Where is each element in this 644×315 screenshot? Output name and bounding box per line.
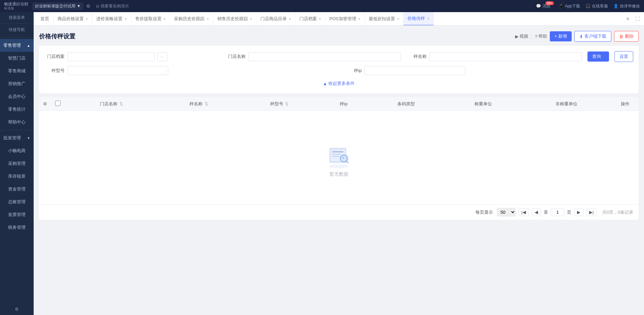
delete-button[interactable]: 🗑 删除: [614, 31, 639, 42]
demo-link[interactable]: ◎ 我要看实例演示: [96, 3, 129, 9]
tab-close-min-discount[interactable]: ×: [397, 17, 399, 21]
scale-model-input[interactable]: [67, 66, 168, 75]
tab-home[interactable]: 首页: [36, 12, 53, 26]
sort-store-name-icon[interactable]: ⇅: [119, 101, 123, 106]
sort-scale-model-icon[interactable]: ⇅: [285, 101, 289, 106]
data-table-wrapper: ⚙ 门店名称 ⇅ 秤名称 ⇅: [39, 97, 639, 220]
tab-sale-history[interactable]: 销售历史价跟踪 ×: [213, 12, 256, 26]
sidebar-item-member-center[interactable]: 会员中心: [0, 90, 34, 103]
user-menu-button[interactable]: 👤 徐泽华修改: [613, 3, 640, 9]
version-settings-icon[interactable]: ⚙: [86, 3, 91, 9]
tab-min-discount[interactable]: 最低折扣设置 ×: [365, 12, 403, 26]
tab-close-price-scale[interactable]: ×: [427, 16, 429, 21]
sidebar-item-purchase-mgmt[interactable]: 采购管理: [0, 157, 34, 170]
scale-ip-input[interactable]: [364, 66, 465, 75]
scale-ip-label: 秤ip: [342, 68, 362, 74]
sidebar-item-retail-mgmt[interactable]: 零售管理 ▲: [0, 39, 34, 52]
data-table: ⚙ 门店名称 ⇅ 秤名称 ⇅: [39, 97, 639, 204]
notifications-badge: 99+: [545, 1, 554, 5]
tab-close-pos-management[interactable]: ×: [358, 17, 360, 21]
tab-pos-management[interactable]: POS加密管理 ×: [325, 12, 365, 26]
sidebar-item-quick-nav[interactable]: 快捷导航: [0, 24, 34, 36]
page-header: 价格传秤设置 ▶ 视频 | ? 帮助 + 新增 ⬇: [39, 31, 639, 42]
select-all-checkbox[interactable]: [55, 101, 61, 106]
download-client-button[interactable]: ⬇ 客户端下载: [574, 31, 611, 42]
sidebar-item-retail-stats[interactable]: 零售统计: [0, 103, 34, 116]
tab-purchase-strategy[interactable]: 进价策略设置 ×: [92, 12, 131, 26]
tab-close-sale-price-extract[interactable]: ×: [164, 17, 166, 21]
add-button[interactable]: + 新增: [550, 31, 572, 41]
svg-point-9: [342, 157, 344, 159]
tab-sale-price-extract[interactable]: 售价提取设置 ×: [131, 12, 170, 26]
version-selector[interactable]: 好业财标准版交付试用 ▼: [32, 2, 83, 10]
page-number-input[interactable]: 1: [551, 208, 564, 216]
tab-price-scale[interactable]: 价格传秤 ×: [403, 12, 433, 26]
sidebar-item-ledger[interactable]: 总账管理: [0, 196, 34, 208]
notifications-button[interactable]: 💬 消息 99+: [536, 3, 550, 9]
tab-close-sale-history[interactable]: ×: [250, 17, 252, 21]
sidebar-item-smart-store[interactable]: 智慧门店: [0, 52, 34, 65]
sidebar-search[interactable]: 搜索菜单: [0, 12, 34, 24]
tab-store-catalog[interactable]: 门店商品目录 ×: [256, 12, 295, 26]
sidebar-item-finance[interactable]: 资金管理: [0, 183, 34, 196]
scale-name-input[interactable]: [429, 52, 582, 61]
tab-close-commodity-price[interactable]: ×: [86, 17, 88, 21]
col-scale-name: 秤名称 ⇅: [158, 97, 239, 111]
sidebar-item-marketing[interactable]: 营销推广: [0, 77, 34, 90]
sidebar-item-help-center[interactable]: 帮助中心: [0, 116, 34, 129]
page-last-button[interactable]: ▶|: [586, 208, 597, 216]
page-size-select[interactable]: 50 10 20 100: [497, 208, 516, 216]
store-archive-input[interactable]: [67, 52, 155, 61]
page-next-button[interactable]: ▶: [574, 208, 583, 216]
sidebar-item-tax[interactable]: 税务管理: [0, 221, 34, 234]
app-logo: 畅捷通好业财 标准版: [4, 2, 28, 10]
sidebar-item-retail-mall[interactable]: 零售商城: [0, 65, 34, 77]
sort-scale-name-icon[interactable]: ⇅: [205, 101, 208, 106]
svg-point-0: [329, 164, 349, 168]
scale-model-label: 秤型号: [44, 68, 65, 74]
content-area: 首页 商品价格设置 × 进价策略设置 × 售价提取设置 × 采购历史价跟踪 × …: [34, 12, 644, 315]
tab-close-store-catalog[interactable]: ×: [289, 17, 291, 21]
table-gear-icon[interactable]: ⚙: [43, 101, 47, 106]
tab-close-window-button[interactable]: ✕: [624, 15, 631, 22]
page-first-button[interactable]: |◀: [518, 208, 529, 216]
sidebar-divider-2: [0, 130, 34, 130]
form-item-store-archive: 门店档案 ···: [44, 52, 220, 61]
form-item-scale-ip: 秤ip: [342, 66, 633, 75]
tab-close-store-archive[interactable]: ×: [319, 17, 321, 21]
settings-button[interactable]: 设置: [614, 51, 633, 62]
sidebar-item-invoice[interactable]: 发票管理: [0, 208, 34, 221]
search-row-2: 秤型号 秤ip: [44, 66, 633, 75]
tab-close-purchase-strategy[interactable]: ×: [124, 17, 127, 21]
col-checkbox: [51, 97, 65, 111]
sidebar-item-small-e[interactable]: 小畅电商: [0, 144, 34, 157]
topbar-right: 💬 消息 99+ 📱 App下载 🎧 在线客服 👤 徐泽华修改: [536, 3, 640, 9]
empty-row: 暂无数据: [39, 111, 639, 205]
store-name-input[interactable]: [248, 52, 401, 61]
tab-close-purchase-history[interactable]: ×: [207, 17, 209, 21]
tab-commodity-price[interactable]: 商品价格设置 ×: [53, 12, 92, 26]
col-store-name: 门店名称 ⇅: [65, 97, 158, 111]
page-title: 价格传秤设置: [39, 32, 75, 40]
sidebar-item-batch-mgmt[interactable]: 批发管理 ▼: [0, 132, 34, 144]
query-button[interactable]: 查询: [587, 51, 609, 62]
col-weight-unit: 称重单位: [444, 97, 522, 111]
svg-rect-3: [332, 151, 344, 152]
tab-purchase-history[interactable]: 采购历史价跟踪 ×: [170, 12, 213, 26]
store-archive-dots-button[interactable]: ···: [157, 52, 167, 61]
col-barcode-type: 条码类型: [367, 97, 444, 111]
video-link[interactable]: ▶ 视频: [515, 33, 528, 39]
form-item-scale-name: 秤名称: [406, 52, 582, 61]
tab-store-archive[interactable]: 门店档案 ×: [295, 12, 325, 26]
collapse-button[interactable]: ▲ 收起更多条件: [44, 79, 633, 88]
app-download-button[interactable]: 📱 App下载: [559, 3, 580, 9]
sidebar-item-stock[interactable]: 库存核算: [0, 170, 34, 183]
sidebar-gear-button[interactable]: ⚙: [0, 303, 34, 315]
help-link[interactable]: ? 帮助: [535, 33, 547, 39]
page-prev-button[interactable]: ◀: [532, 208, 541, 216]
tab-maximize-button[interactable]: ⛶: [634, 15, 641, 22]
tab-bar-controls: ✕ ⛶: [624, 15, 641, 22]
online-service-button[interactable]: 🎧 在线客服: [585, 3, 608, 9]
scale-name-label: 秤名称: [406, 54, 427, 60]
total-info: 共0页，0条记录: [602, 209, 633, 215]
